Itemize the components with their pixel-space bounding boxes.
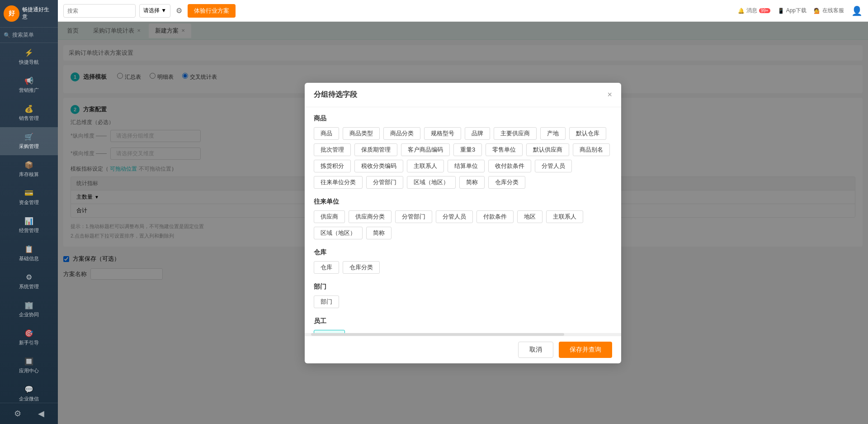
field-tag-warehouse-category[interactable]: 仓库分类 [488,176,525,189]
sidebar-search[interactable]: 🔍 搜索菜单 [0,28,58,43]
field-tag-pay-terms[interactable]: 付款条件 [476,210,514,223]
field-tag-origin[interactable]: 产地 [540,127,566,140]
field-tag-managing-dept[interactable]: 分管部门 [366,176,403,189]
sidebar-item-purchase[interactable]: 🛒 采购管理 [0,127,58,155]
field-tag-counterpart-category[interactable]: 往来单位分类 [314,176,363,189]
topbar-select-btn[interactable]: 请选择 ▼ [139,4,170,18]
department-section-title: 部门 [314,283,612,291]
field-tag-batch-mgmt[interactable]: 批次管理 [314,143,351,156]
sidebar-item-corp[interactable]: 🏢 企业协同 [0,295,58,324]
sidebar-item-marketing[interactable]: 📢 营销推广 [0,71,58,99]
apps-icon: 🔲 [24,357,33,366]
notification-label: 消息 [746,7,757,14]
modal-overlay: 分组待选字段 × 商品 商品 商品类型 商品分类 规格型号 品牌 主要供应商 产… [58,22,868,424]
field-tag-product[interactable]: 商品 [314,127,339,140]
field-tag-region-counter[interactable]: 区域（地区） [314,227,363,239]
field-tag-spec-model[interactable]: 规格型号 [424,127,461,140]
sidebar-item-label: 销售管理 [19,115,39,122]
sidebar-item-label: 库存核算 [19,171,39,178]
quick-nav-icon: ⚡ [24,48,33,57]
topbar-avatar[interactable]: 👤 [851,5,863,16]
purchase-icon: 🛒 [24,133,33,141]
field-tag-weight3[interactable]: 重量3 [453,143,482,156]
sidebar-item-base[interactable]: 📋 基础信息 [0,239,58,267]
sidebar-item-apps[interactable]: 🔲 应用中心 [0,352,58,380]
topbar-online-service[interactable]: 💁 在线客服 [814,7,844,14]
field-tag-main-contact2[interactable]: 主联系人 [546,210,583,223]
modal-body[interactable]: 商品 商品 商品类型 商品分类 规格型号 品牌 主要供应商 产地 默认仓库 批次… [305,107,621,333]
sidebar-logo: 好 畅捷通好生意 [0,0,58,28]
topbar: 请选择 ▼ ⚙ 体验行业方案 🔔 消息 99+ 📱 App下载 💁 在线客服 👤 [58,0,868,22]
counterpart-field-tags: 供应商 供应商分类 分管部门 分管人员 付款条件 地区 主联系人 区域（地区） … [314,210,612,239]
modal-header: 分组待选字段 × [305,83,621,107]
sidebar-item-label: 应用中心 [19,367,39,374]
sidebar-item-finance[interactable]: 💳 资金管理 [0,183,58,211]
sidebar-item-system[interactable]: ⚙ 系统管理 [0,267,58,295]
field-tag-supplier[interactable]: 供应商 [314,210,345,223]
field-tag-settlement-unit[interactable]: 结算单位 [448,160,485,172]
sidebar-item-sales[interactable]: 💰 销售管理 [0,99,58,127]
field-tag-warehouse-cat[interactable]: 仓库分类 [343,261,380,274]
field-tag-brand[interactable]: 品牌 [465,127,490,140]
department-section: 部门 部门 [314,283,612,308]
field-tag-main-contact[interactable]: 主联系人 [407,160,444,172]
topbar-right: 🔔 消息 99+ 📱 App下载 💁 在线客服 👤 [738,5,863,16]
topbar-left: 请选择 ▼ ⚙ 体验行业方案 [63,4,236,18]
sidebar-item-inventory[interactable]: 📦 库存核算 [0,155,58,183]
field-tag-dept-mgmt[interactable]: 分管部门 [395,210,432,223]
logo-text: 畅捷通好生意 [22,6,54,20]
sidebar-item-quick-nav[interactable]: ⚡ 快捷导航 [0,43,58,71]
modal-close-btn[interactable]: × [607,91,612,99]
field-tag-default-warehouse[interactable]: 默认仓库 [569,127,606,140]
cancel-button[interactable]: 取消 [518,342,553,358]
operation-icon: 📊 [24,217,33,225]
modal-hscroll[interactable] [305,333,621,336]
field-tag-product-type[interactable]: 商品类型 [343,127,380,140]
sidebar-settings-btn[interactable]: ⚙ [14,409,21,419]
field-tag-shelf-life[interactable]: 保质期管理 [354,143,397,156]
sidebar: 好 畅捷通好生意 🔍 搜索菜单 ⚡ 快捷导航 📢 营销推广 💰 销售管理 🛒 采… [0,0,58,424]
field-tag-payment-terms[interactable]: 收付款条件 [488,160,531,172]
online-service-label: 在线客服 [822,7,844,14]
counterpart-section: 往来单位 供应商 供应商分类 分管部门 分管人员 付款条件 地区 主联系人 区域… [314,198,612,239]
field-tag-short-name-counter[interactable]: 简称 [366,227,392,239]
topbar-experience-btn[interactable]: 体验行业方案 [188,4,236,18]
notification-icon: 🔔 [738,8,745,14]
field-tag-region-product[interactable]: 区域（地区） [407,176,456,189]
field-tag-staff-mgmt[interactable]: 分管人员 [436,210,473,223]
avatar-icon: 👤 [851,5,863,16]
product-section: 商品 商品 商品类型 商品分类 规格型号 品牌 主要供应商 产地 默认仓库 批次… [314,114,612,189]
topbar-gear-icon[interactable]: ⚙ [174,5,184,17]
topbar-search-input[interactable] [63,4,136,18]
field-tag-warehouse[interactable]: 仓库 [314,261,339,274]
sidebar-item-newbie[interactable]: 🎯 新手引导 [0,324,58,352]
field-tag-product-alias[interactable]: 商品别名 [573,143,610,156]
field-tag-manager[interactable]: 分管人员 [535,160,572,172]
field-tag-product-category[interactable]: 商品分类 [383,127,420,140]
field-tag-tax-code[interactable]: 税收分类编码 [354,160,403,172]
field-tag-supplier-category[interactable]: 供应商分类 [349,210,392,223]
field-select-modal: 分组待选字段 × 商品 商品 商品类型 商品分类 规格型号 品牌 主要供应商 产… [305,83,621,363]
field-tag-customer-code[interactable]: 客户商品编码 [401,143,450,156]
field-tag-salesperson[interactable]: 业务员 [314,330,345,333]
topbar-app-download[interactable]: 📱 App下载 [778,7,807,14]
sidebar-nav: ⚡ 快捷导航 📢 营销推广 💰 销售管理 🛒 采购管理 📦 库存核算 💳 资金管… [0,43,58,403]
field-tag-area[interactable]: 地区 [517,210,542,223]
field-tag-retail-unit[interactable]: 零售单位 [486,143,523,156]
modal-footer: 取消 保存并查询 [305,336,621,363]
service-icon: 💁 [814,8,821,14]
field-tag-main-supplier[interactable]: 主要供应商 [494,127,537,140]
save-query-button[interactable]: 保存并查询 [559,342,612,358]
topbar-notification[interactable]: 🔔 消息 99+ [738,7,770,14]
field-tag-default-supplier[interactable]: 默认供应商 [526,143,569,156]
field-tag-short-name-product[interactable]: 简称 [459,176,485,189]
sidebar-collapse-btn[interactable]: ◀ [38,409,44,419]
sidebar-item-label: 企业协同 [19,311,39,318]
field-tag-dept[interactable]: 部门 [314,295,339,308]
sidebar-item-wechat[interactable]: 💬 企业微信 [0,380,58,403]
warehouse-field-tags: 仓库 仓库分类 [314,261,612,274]
field-tag-pick-score[interactable]: 拣货积分 [314,160,351,172]
department-field-tags: 部门 [314,295,612,308]
sidebar-item-operation[interactable]: 📊 经营管理 [0,211,58,239]
sidebar-item-label: 经营管理 [19,227,39,234]
